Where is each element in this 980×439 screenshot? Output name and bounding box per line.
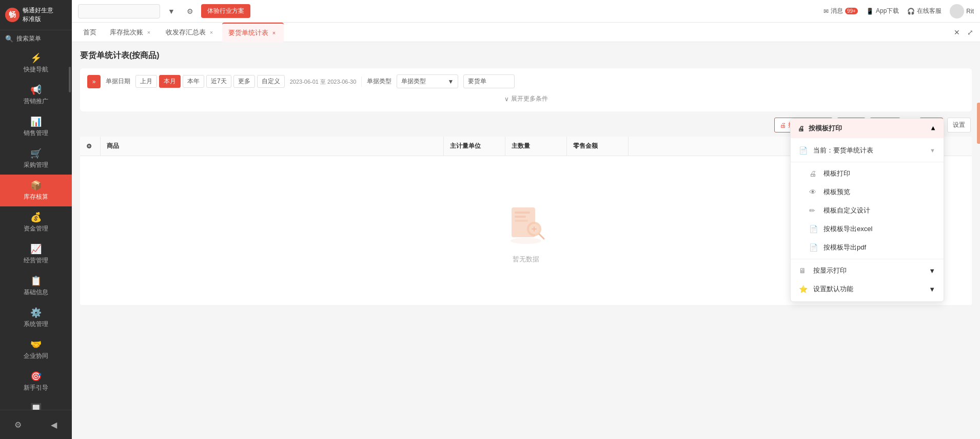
- template-print-label: 模板打印: [824, 169, 850, 178]
- sidebar-item-inventory[interactable]: 📦 库存核算: [0, 175, 72, 206]
- sidebar-item-label: 营销推广: [24, 97, 48, 106]
- sidebar-item-guide[interactable]: 🎯 新手引导: [0, 366, 72, 397]
- sidebar-item-basic-info[interactable]: 📋 基础信息: [0, 270, 72, 302]
- more-dates-btn[interactable]: 更多: [233, 75, 255, 88]
- order-type-select[interactable]: 单据类型 ▼: [397, 74, 458, 88]
- sidebar-nav: ⚡ 快捷导航 📢 营销推广 📊 销售管理 🛒 采购管理 📦 库存核算 💰 资金管…: [0, 47, 72, 410]
- sidebar-item-system[interactable]: ⚙️ 系统管理: [0, 302, 72, 334]
- expand-chevron-icon: ∨: [504, 96, 509, 103]
- app-download-label: App下载: [876, 7, 899, 15]
- gear-icon: ⚙: [86, 143, 92, 150]
- filter-expand-icon[interactable]: »: [87, 75, 101, 88]
- print-dropdown-header[interactable]: 🖨 按模板打印 ▼: [791, 119, 944, 138]
- current-year-btn[interactable]: 本年: [183, 75, 204, 88]
- template-icon: 📄: [799, 146, 808, 155]
- display-print-item[interactable]: 🖥 按显示打印 ▼: [791, 261, 944, 280]
- retail-amount-col-label: 零售金额: [573, 142, 598, 150]
- set-default-icon: ⭐: [799, 285, 808, 293]
- dropdown-body: 📄 当前：要货单统计表 ▼ 🖨 模板打印 👁 模板预览 ✏ 模板自定义设计: [791, 138, 944, 301]
- header-search-input[interactable]: [78, 4, 160, 18]
- svg-rect-4: [515, 220, 528, 222]
- svg-rect-2: [515, 212, 530, 214]
- tab-order-stats[interactable]: 要货单统计表 ×: [222, 23, 284, 42]
- order-type-arrow-icon: ▼: [447, 78, 454, 85]
- finance-icon: 💰: [30, 212, 42, 223]
- user-avatar-area[interactable]: Rit: [950, 4, 974, 18]
- operation-icon: 📈: [30, 243, 42, 255]
- template-export-pdf-label: 按模板导出pdf: [824, 243, 866, 252]
- sidebar-settings-btn[interactable]: ⚙: [9, 415, 27, 434]
- template-preview-icon: 👁: [809, 188, 818, 196]
- header-dropdown-btn[interactable]: ▼: [164, 4, 179, 18]
- tab-inventory-batch-label: 库存批次账: [110, 28, 143, 37]
- tab-collection-summary[interactable]: 收发存汇总表 ×: [160, 23, 221, 42]
- sidebar-item-app-center[interactable]: 🔲 应用中心: [0, 397, 72, 410]
- date-buttons: 上月 本月 本年 近7天 更多 自定义: [135, 75, 285, 88]
- order-type-value: 单据类型: [401, 77, 426, 86]
- quantity-col-label: 主数量: [512, 142, 530, 150]
- sidebar-item-quick-nav[interactable]: ⚡ 快捷导航: [0, 47, 72, 79]
- page-title: 要货单统计表(按商品): [80, 50, 972, 61]
- app-subtitle: 标准版: [23, 15, 53, 24]
- system-icon: ⚙️: [30, 307, 42, 318]
- tab-inventory-batch[interactable]: 库存批次账 ×: [104, 23, 159, 42]
- app-download-btn[interactable]: 📱 App下载: [866, 7, 899, 15]
- tab-collection-summary-close[interactable]: ×: [208, 29, 215, 36]
- template-export-excel-item[interactable]: 📄 按模板导出excel: [791, 220, 944, 238]
- current-month-btn[interactable]: 本月: [159, 75, 181, 88]
- set-default-label: 设置默认功能: [813, 284, 853, 294]
- sidebar-item-sales[interactable]: 📊 销售管理: [0, 111, 72, 143]
- tab-order-stats-close[interactable]: ×: [270, 29, 278, 36]
- col-retail-amount: 零售金额: [567, 137, 629, 156]
- sidebar-item-label: 经营管理: [24, 256, 48, 265]
- tab-expand-btn[interactable]: ⤢: [965, 27, 976, 38]
- sidebar-item-finance[interactable]: 💰 资金管理: [0, 206, 72, 238]
- sidebar-item-operation[interactable]: 📈 经营管理: [0, 238, 72, 270]
- user-avatar: [950, 4, 964, 18]
- trial-btn[interactable]: 体验行业方案: [201, 4, 250, 18]
- basic-info-icon: 📋: [30, 275, 42, 287]
- last7days-btn[interactable]: 近7天: [206, 75, 231, 88]
- current-template-item[interactable]: 📄 当前：要货单统计表 ▼: [791, 141, 944, 160]
- template-preview-item[interactable]: 👁 模板预览: [791, 183, 944, 201]
- empty-illustration: [500, 197, 552, 249]
- filter-row: » 单据日期 上月 本月 本年 近7天 更多 自定义 2023-06-01 至 …: [87, 74, 965, 88]
- order-goods-filter[interactable]: 要货单: [463, 74, 515, 88]
- filter-bar: » 单据日期 上月 本月 本年 近7天 更多 自定义 2023-06-01 至 …: [80, 68, 972, 111]
- sidebar-scrollbar-track: [69, 51, 71, 408]
- tab-home[interactable]: 首页: [77, 23, 103, 42]
- header-settings-btn[interactable]: ⚙: [183, 4, 197, 18]
- tab-inventory-batch-close[interactable]: ×: [145, 29, 152, 36]
- custom-date-btn[interactable]: 自定义: [257, 75, 285, 88]
- sales-icon: 📊: [30, 116, 42, 127]
- expand-conditions-btn[interactable]: ∨ 展开更多条件: [87, 92, 965, 105]
- sidebar-collapse-btn[interactable]: ◀: [45, 415, 63, 434]
- tab-close-btn[interactable]: ✕: [951, 27, 963, 38]
- header-right: ✉ 消息 99+ 📱 App下载 🎧 在线客服 Rit: [824, 4, 974, 18]
- settings-btn[interactable]: 设置: [947, 118, 971, 132]
- template-custom-item[interactable]: ✏ 模板自定义设计: [791, 201, 944, 220]
- messages-btn[interactable]: ✉ 消息 99+: [824, 7, 858, 15]
- template-print-item[interactable]: 🖨 模板打印: [791, 164, 944, 183]
- purchase-icon: 🛒: [30, 148, 42, 159]
- sidebar-search-label: 搜索菜单: [16, 34, 41, 43]
- sidebar-item-purchase[interactable]: 🛒 采购管理: [0, 143, 72, 175]
- online-service-btn[interactable]: 🎧 在线客服: [907, 7, 942, 15]
- display-print-icon: 🖥: [799, 266, 808, 275]
- empty-text: 暂无数据: [513, 255, 539, 264]
- dropdown-divider-1: [791, 162, 944, 162]
- col-gear[interactable]: ⚙: [80, 137, 101, 156]
- prev-month-btn[interactable]: 上月: [135, 75, 157, 88]
- set-default-item[interactable]: ⭐ 设置默认功能 ▼: [791, 280, 944, 298]
- sidebar-item-cooperation[interactable]: 🤝 企业协同: [0, 334, 72, 366]
- template-export-excel-icon: 📄: [809, 225, 818, 233]
- sidebar: 畅 畅通好生意 标准版 🔍 搜索菜单 ⚡ 快捷导航 📢 营销推广 📊 销售管理 …: [0, 0, 72, 439]
- template-export-pdf-item[interactable]: 📄 按模板导出pdf: [791, 238, 944, 257]
- sidebar-scrollbar-thumb[interactable]: [69, 67, 71, 92]
- resize-handle[interactable]: [977, 103, 980, 144]
- filter-divider: [361, 77, 362, 87]
- sidebar-item-marketing[interactable]: 📢 营销推广: [0, 79, 72, 111]
- sidebar-item-label: 销售管理: [24, 129, 48, 138]
- sidebar-search[interactable]: 🔍 搜索菜单: [0, 30, 72, 47]
- unit-col-label: 主计量单位: [450, 142, 481, 150]
